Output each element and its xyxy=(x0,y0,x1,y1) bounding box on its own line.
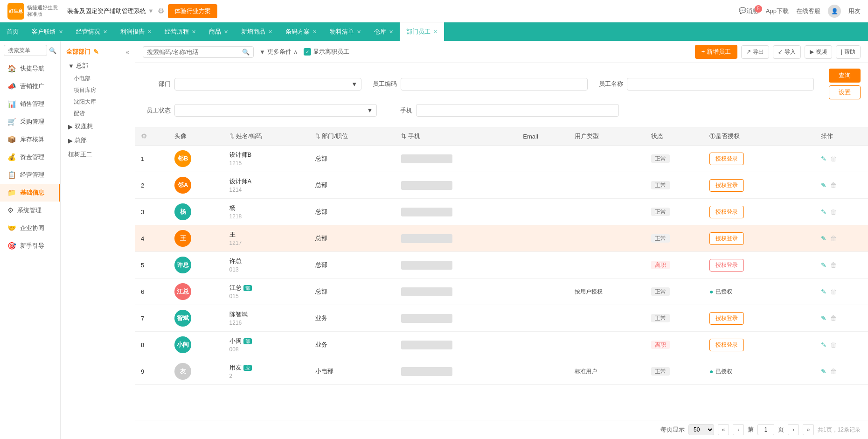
dept-edit-icon[interactable]: ✎ xyxy=(93,48,99,56)
phone-input[interactable] xyxy=(416,104,618,117)
prev-page-btn[interactable]: ‹ xyxy=(733,424,744,435)
col-name[interactable]: ⇅ 姓名/编码 xyxy=(224,127,310,146)
col-dept[interactable]: ⇅ 部门/职位 xyxy=(310,127,396,146)
dept-child-xiaodianbu[interactable]: 小电部 xyxy=(61,73,135,84)
trial-button[interactable]: 体验行业方案 xyxy=(168,4,217,18)
delete-button[interactable]: 🗑 xyxy=(830,235,837,242)
edit-button[interactable]: ✎ xyxy=(821,341,826,348)
delete-button[interactable]: 🗑 xyxy=(830,314,837,322)
more-filter-btn[interactable]: ▼ 更多条件 ∧ xyxy=(259,48,298,56)
sidebar-item-inventory[interactable]: 📦 库存核算 xyxy=(0,131,60,148)
dept-child-peihuo[interactable]: 配货 xyxy=(61,108,135,119)
app-download-btn[interactable]: App下载 xyxy=(766,7,789,15)
sidebar-item-finance[interactable]: 💰 资金管理 xyxy=(0,148,60,166)
close-icon[interactable]: ✕ xyxy=(312,29,317,35)
auth-login-button[interactable]: 授权登录 xyxy=(709,206,744,218)
tab-material[interactable]: 物料清单 ✕ xyxy=(323,22,368,41)
tab-customer[interactable]: 客户联络 ✕ xyxy=(25,22,69,41)
close-icon[interactable]: ✕ xyxy=(433,29,437,35)
auth-login-button[interactable]: 授权登录 xyxy=(709,232,744,245)
auth-login-button[interactable]: 授权登录 xyxy=(709,339,744,351)
close-icon[interactable]: ✕ xyxy=(103,29,107,35)
set-button[interactable]: 设置 xyxy=(829,85,861,99)
tab-warehouse[interactable]: 仓库 ✕ xyxy=(368,22,400,41)
sidebar-item-management[interactable]: 📋 经营管理 xyxy=(0,166,60,184)
import-button[interactable]: ↙ 导入 xyxy=(773,45,801,59)
auth-login-button[interactable]: 授权登录 xyxy=(709,153,744,165)
next-page-btn[interactable]: › xyxy=(788,424,799,435)
sidebar-item-sales[interactable]: 📊 销售管理 xyxy=(0,95,60,113)
sidebar-item-purchase[interactable]: 🛒 采购管理 xyxy=(0,113,60,131)
tab-barcode[interactable]: 条码方案 ✕ xyxy=(279,22,323,41)
edit-button[interactable]: ✎ xyxy=(821,155,826,162)
tab-new-goods[interactable]: 新增商品 ✕ xyxy=(235,22,279,41)
delete-button[interactable]: 🗑 xyxy=(830,368,837,375)
help-button[interactable]: | 帮助 xyxy=(836,45,861,59)
sidebar-item-guide[interactable]: 🎯 新手引导 xyxy=(0,237,60,255)
tab-history[interactable]: 经营历程 ✕ xyxy=(158,22,202,41)
edit-button[interactable]: ✎ xyxy=(821,314,826,322)
close-icon[interactable]: ✕ xyxy=(192,29,196,35)
sidebar-item-collab[interactable]: 🤝 企业协同 xyxy=(0,219,60,237)
sidebar-item-marketing[interactable]: 📣 营销推广 xyxy=(0,77,60,95)
sidebar-item-basic[interactable]: 📁 基础信息 xyxy=(0,184,60,202)
last-page-btn[interactable]: » xyxy=(803,424,814,435)
query-button[interactable]: 查询 xyxy=(829,69,861,83)
close-icon[interactable]: ✕ xyxy=(268,29,272,35)
online-service-btn[interactable]: 在线客服 xyxy=(796,7,820,15)
edit-button[interactable]: ✎ xyxy=(821,208,826,216)
dept-child-xiangmu[interactable]: 项目库房 xyxy=(61,84,135,96)
dept-item-shuanglu[interactable]: ▶ 双鹿想 xyxy=(61,119,135,133)
export-button[interactable]: ↗ 导出 xyxy=(741,45,769,59)
sidebar-item-shortcut[interactable]: 🏠 快捷导航 xyxy=(0,60,60,77)
edit-button[interactable]: ✎ xyxy=(821,261,826,269)
search-input[interactable] xyxy=(147,49,240,56)
page-number-input[interactable] xyxy=(757,424,774,435)
dept-item-zongbu2[interactable]: ▶ 总部 xyxy=(61,133,135,147)
delete-button[interactable]: 🗑 xyxy=(830,181,837,189)
first-page-btn[interactable]: « xyxy=(718,424,729,435)
tab-goods[interactable]: 商品 ✕ xyxy=(202,22,235,41)
dept-collapse-btn[interactable]: « xyxy=(126,49,129,56)
empname-input[interactable] xyxy=(627,78,814,91)
delete-button[interactable]: 🗑 xyxy=(830,261,837,269)
dept-child-shenyang[interactable]: 沈阳大库 xyxy=(61,96,135,108)
dept-all-label[interactable]: 全部部门 xyxy=(66,48,90,56)
per-page-select[interactable]: 50 20 100 xyxy=(688,424,714,435)
dept-item-zongbu[interactable]: ▼ 总部 xyxy=(61,59,135,73)
delete-button[interactable]: 🗑 xyxy=(830,288,837,295)
sidebar-item-system[interactable]: ⚙ 系统管理 xyxy=(0,202,60,219)
sidebar-search-input[interactable] xyxy=(4,45,47,56)
close-icon[interactable]: ✕ xyxy=(59,29,63,35)
edit-button[interactable]: ✎ xyxy=(821,181,826,189)
dropdown-arrow-icon[interactable]: ▼ xyxy=(148,7,154,14)
empcode-input[interactable] xyxy=(401,78,588,91)
gear-icon[interactable]: ⚙ xyxy=(158,7,164,15)
edit-button[interactable]: ✎ xyxy=(821,288,826,295)
delete-button[interactable]: 🗑 xyxy=(830,208,837,216)
status-select[interactable]: ▼ xyxy=(174,104,377,117)
auth-login-button[interactable]: 授权登录 xyxy=(709,259,744,272)
delete-button[interactable]: 🗑 xyxy=(830,341,837,348)
column-settings-icon[interactable]: ⚙ xyxy=(141,132,147,140)
dept-select[interactable]: ▼ xyxy=(174,78,361,91)
tab-home[interactable]: 首页 xyxy=(0,22,25,41)
col-phone[interactable]: ⇅ 手机 xyxy=(396,127,517,146)
delete-button[interactable]: 🗑 xyxy=(830,155,837,162)
dept-item-zhishu[interactable]: 植树王二 xyxy=(61,147,135,161)
tab-department[interactable]: 部门员工 ✕ xyxy=(400,22,444,41)
edit-button[interactable]: ✎ xyxy=(821,368,826,375)
close-icon[interactable]: ✕ xyxy=(389,29,393,35)
auth-login-button[interactable]: 授权登录 xyxy=(709,179,744,192)
close-icon[interactable]: ✕ xyxy=(147,29,152,35)
edit-button[interactable]: ✎ xyxy=(821,235,826,242)
tab-profit[interactable]: 利润报告 ✕ xyxy=(114,22,158,41)
close-icon[interactable]: ✕ xyxy=(224,29,228,35)
add-employee-button[interactable]: + 新增员工 xyxy=(695,45,737,59)
auth-login-button[interactable]: 授权登录 xyxy=(709,312,744,325)
message-btn[interactable]: 💬 消息 5 xyxy=(739,7,758,15)
col-settings[interactable]: ⚙ xyxy=(135,127,169,146)
show-left-employees-toggle[interactable]: ✓ 显示离职员工 xyxy=(304,48,349,56)
view-button[interactable]: ▶ 视频 xyxy=(805,45,832,59)
close-icon[interactable]: ✕ xyxy=(357,29,361,35)
